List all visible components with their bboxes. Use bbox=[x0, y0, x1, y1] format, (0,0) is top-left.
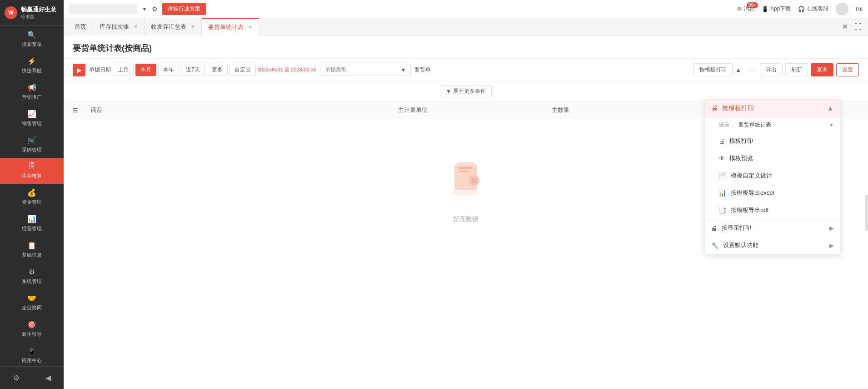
empty-text: 暂无数据 bbox=[453, 215, 479, 223]
tab-order-stats-label: 要货单统计表 bbox=[208, 23, 244, 31]
template-custom-label: 模板自定义设计 bbox=[731, 172, 772, 180]
dropdown-section-templates: 🖨 模板打印 👁 模板预览 📄 模板自定义设计 📊 按模板导出excel 📑 bbox=[705, 132, 840, 219]
set-default-arrow-icon: ▶ bbox=[829, 242, 834, 249]
dropdown-item-template-preview[interactable]: 👁 模板预览 bbox=[705, 150, 840, 167]
tab-home[interactable]: 首页 bbox=[68, 18, 93, 35]
sidebar-item-label-quick-nav: 快捷导航 bbox=[22, 67, 42, 74]
sidebar-item-operations[interactable]: 📊 经营管理 bbox=[0, 210, 64, 237]
guide-icon: 🎯 bbox=[27, 320, 36, 329]
message-icon: ✉ bbox=[737, 6, 742, 12]
user-avatar[interactable] bbox=[836, 3, 848, 15]
dropdown-item-template-print[interactable]: 🖨 模板打印 bbox=[705, 132, 840, 150]
sidebar-item-cooperation[interactable]: 🤝 企业协同 bbox=[0, 289, 64, 316]
system-icon: ⚙ bbox=[29, 268, 35, 276]
topbar-dropdown-btn[interactable]: ▼ bbox=[142, 6, 147, 12]
online-service-btn[interactable]: 🎧 在线客服 bbox=[798, 5, 828, 13]
tab-close-all-btn[interactable]: ✕ bbox=[840, 20, 850, 33]
dropdown-item-export-pdf[interactable]: 📑 按模板导出pdf bbox=[705, 202, 840, 219]
dropdown-close-btn[interactable]: ▲ bbox=[827, 104, 834, 112]
date-btn-this-month[interactable]: 本月 bbox=[135, 64, 156, 76]
sidebar-item-guide[interactable]: 🎯 新手引导 bbox=[0, 316, 64, 342]
topbar-settings-icon[interactable]: ⚙ bbox=[152, 5, 158, 13]
sidebar-item-purchase[interactable]: 🛒 采购管理 bbox=[0, 131, 64, 158]
sidebar-item-basic-info[interactable]: 📋 基础信息 bbox=[0, 237, 64, 263]
tab-order-stats-close[interactable]: ✕ bbox=[248, 24, 252, 30]
sidebar-collapse-btn[interactable]: ◀ bbox=[43, 371, 53, 384]
username-label[interactable]: Rit bbox=[856, 6, 863, 12]
dropdown-display-print[interactable]: 🖨 按显示打印 ▶ bbox=[705, 219, 840, 237]
sidebar-item-inventory[interactable]: 🗄 库存核算 bbox=[0, 158, 64, 184]
page-title: 要货单统计表(按商品) bbox=[73, 43, 859, 54]
goods-filter-group: 要货单 bbox=[414, 66, 431, 74]
display-print-arrow-icon: ▶ bbox=[829, 225, 834, 232]
dropdown-item-export-excel[interactable]: 📊 按模板导出excel bbox=[705, 184, 840, 202]
query-btn[interactable]: 查询 bbox=[811, 63, 833, 76]
tab-order-stats[interactable]: 要货单统计表 ✕ bbox=[202, 18, 259, 35]
edition-label: 标准版 bbox=[21, 14, 56, 20]
settings-btn[interactable]: 设置 bbox=[836, 63, 859, 76]
tab-inventory-batch[interactable]: 库存批次账 ✕ bbox=[93, 18, 145, 35]
date-btn-custom[interactable]: 自定义 bbox=[229, 64, 256, 76]
date-filter-label: 单据日期 bbox=[89, 66, 111, 74]
tab-receipts-summary-label: 收发存汇总表 bbox=[151, 23, 186, 31]
more-filters-row: ▼ 展开更多条件 bbox=[64, 81, 868, 101]
app-logo-text: 畅赢通好生意 标准版 bbox=[21, 5, 56, 20]
expand-more-btn[interactable]: ▼ 展开更多条件 bbox=[440, 85, 492, 97]
service-icon: 🎧 bbox=[798, 6, 805, 12]
refresh-btn[interactable]: 刷新 bbox=[785, 63, 808, 76]
date-range-text: 2023-06-01 至 2023-06-30 bbox=[258, 66, 317, 73]
tab-receipts-summary[interactable]: 收发存汇总表 ✕ bbox=[145, 18, 202, 35]
expand-filter-btn[interactable]: ▶ bbox=[73, 64, 85, 76]
date-filter-group: 单据日期 上月 本月 本年 近7天 更多 自定义 2023-06-01 至 20… bbox=[89, 64, 316, 76]
sidebar-item-label-system: 系统管理 bbox=[22, 278, 42, 285]
sidebar-item-sales[interactable]: 📈 销售管理 bbox=[0, 105, 64, 131]
sidebar-item-label-inventory: 库存核算 bbox=[22, 172, 42, 179]
date-btn-this-year[interactable]: 本年 bbox=[158, 64, 179, 76]
print-template-up-icon[interactable]: ▲ bbox=[735, 66, 741, 73]
tab-maximize-btn[interactable]: ⛶ bbox=[853, 21, 863, 33]
sidebar-item-label-app-center: 应用中心 bbox=[22, 357, 42, 364]
expand-more-icon: ▼ bbox=[446, 88, 451, 95]
print-template-btn[interactable]: 按模板打印 bbox=[693, 63, 733, 76]
template-print-label: 模板打印 bbox=[729, 137, 753, 145]
export-excel-icon: 📊 bbox=[718, 189, 726, 197]
content-scrollbar[interactable] bbox=[865, 194, 868, 231]
app-logo-icon: W bbox=[5, 6, 17, 19]
tab-receipts-summary-close[interactable]: ✕ bbox=[191, 24, 195, 30]
export-pdf-icon: 📑 bbox=[718, 207, 726, 214]
sidebar-item-label-basic-info: 基础信息 bbox=[22, 252, 42, 258]
date-btn-7days[interactable]: 近7天 bbox=[181, 64, 205, 76]
printer-icon: 🖨 bbox=[711, 104, 718, 112]
date-btn-more[interactable]: 更多 bbox=[207, 64, 228, 76]
purchase-icon: 🛒 bbox=[27, 136, 36, 145]
sidebar-item-search[interactable]: 🔍 搜索菜单 bbox=[0, 26, 64, 52]
svg-rect-4 bbox=[459, 171, 469, 172]
sidebar-item-marketing[interactable]: 📢 营销推广 bbox=[0, 79, 64, 105]
toolbar-right-actions: 按模板打印 ▲ ··· 导出 刷新 查询 设置 bbox=[693, 63, 859, 76]
operations-icon: 📊 bbox=[27, 215, 36, 223]
sidebar-item-finance[interactable]: 💰 资金管理 bbox=[0, 184, 64, 210]
messages-btn[interactable]: ✉ 消息 99+ bbox=[737, 5, 754, 13]
template-preview-label: 模板预览 bbox=[729, 154, 753, 162]
dropdown-item-template-custom[interactable]: 📄 模板自定义设计 bbox=[705, 167, 840, 184]
sidebar: W 畅赢通好生意 标准版 🔍 搜索菜单 ⚡ 快捷导航 📢 营销推广 📈 销售管理… bbox=[0, 0, 64, 389]
search-input[interactable] bbox=[69, 4, 137, 14]
app-download-label: App下载 bbox=[770, 5, 791, 13]
promo-button[interactable]: 体验行业方案 bbox=[162, 3, 206, 15]
sidebar-settings-btn[interactable]: ⚙ bbox=[11, 371, 22, 384]
date-btn-last-month[interactable]: 上月 bbox=[113, 64, 134, 76]
order-type-dropdown[interactable]: 单据类型 ▼ bbox=[320, 64, 411, 76]
export-btn[interactable]: 导出 bbox=[760, 63, 783, 76]
sidebar-item-app-center[interactable]: 📱 应用中心 bbox=[0, 342, 64, 366]
tab-inventory-batch-close[interactable]: ✕ bbox=[134, 24, 138, 30]
app-download-btn[interactable]: 📱 App下载 bbox=[762, 5, 791, 13]
sidebar-item-quick-nav[interactable]: ⚡ 快捷导航 bbox=[0, 52, 64, 79]
sidebar-item-label-marketing: 营销推广 bbox=[22, 94, 42, 101]
dropdown-set-default[interactable]: 🔧 设置默认功能 ▶ bbox=[705, 237, 840, 254]
dropdown-current-item[interactable]: 当前： 要货单统计表 ▼ bbox=[705, 117, 840, 132]
marketing-icon: 📢 bbox=[27, 83, 36, 92]
current-label: 当前： bbox=[718, 121, 735, 129]
sidebar-item-system[interactable]: ⚙ 系统管理 bbox=[0, 263, 64, 289]
col-checkbox[interactable]: ☰ bbox=[73, 107, 91, 114]
sidebar-nav: 🔍 搜索菜单 ⚡ 快捷导航 📢 营销推广 📈 销售管理 🛒 采购管理 🗄 库存核… bbox=[0, 26, 64, 366]
